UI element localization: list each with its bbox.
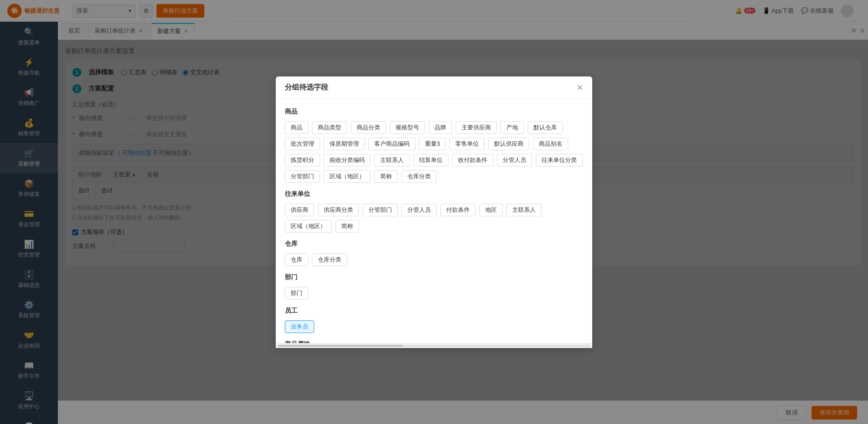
hscroll-track xyxy=(278,345,590,347)
field-tag-0-5[interactable]: 主要供应商 xyxy=(456,121,497,134)
modal-group-fields-1: 供应商供应商分类分管部门分管人员付款条件地区主联系人区域（地区）简称 xyxy=(285,204,583,233)
field-tag-0-23[interactable]: 区域（地区） xyxy=(324,170,371,183)
field-tag-1-1[interactable]: 供应商分类 xyxy=(318,204,359,216)
modal-close-button[interactable]: ✕ xyxy=(576,83,583,93)
modal-group-title-1: 往来单位 xyxy=(285,190,583,198)
field-tag-0-4[interactable]: 品牌 xyxy=(429,121,452,134)
field-tag-0-7[interactable]: 默认仓库 xyxy=(528,121,563,134)
field-tag-1-3[interactable]: 分管人员 xyxy=(401,204,437,216)
field-tag-0-22[interactable]: 分管部门 xyxy=(285,170,320,183)
field-tag-0-13[interactable]: 默认供应商 xyxy=(488,138,529,150)
field-tag-0-15[interactable]: 拣货积分 xyxy=(285,154,320,167)
modal-group-title-3: 部门 xyxy=(285,273,583,281)
field-tag-0-25[interactable]: 仓库分类 xyxy=(401,170,437,183)
field-tag-0-17[interactable]: 主联系人 xyxy=(374,154,410,167)
field-tag-0-6[interactable]: 产地 xyxy=(500,121,524,134)
modal-body: 商品商品商品类型商品分类规格型号品牌主要供应商产地默认仓库批次管理保质期管理客户… xyxy=(276,99,592,343)
field-tag-1-6[interactable]: 主联系人 xyxy=(506,204,542,216)
field-tag-4-0[interactable]: 业务员 xyxy=(285,320,314,333)
field-tag-0-9[interactable]: 保质期管理 xyxy=(324,138,365,150)
field-tag-0-19[interactable]: 收付款条件 xyxy=(452,154,493,167)
modal-group-fields-2: 仓库仓库分类 xyxy=(285,253,583,266)
modal-hscroll xyxy=(276,343,592,348)
field-tag-1-4[interactable]: 付款条件 xyxy=(440,204,476,216)
field-tag-1-2[interactable]: 分管部门 xyxy=(363,204,398,216)
modal-group-fields-3: 部门 xyxy=(285,287,583,300)
field-tag-2-1[interactable]: 仓库分类 xyxy=(312,253,347,266)
field-tag-0-10[interactable]: 客户商品编码 xyxy=(368,138,415,150)
field-tag-0-18[interactable]: 结算单位 xyxy=(413,154,448,167)
modal-title: 分组待选字段 xyxy=(285,83,328,92)
field-tag-1-5[interactable]: 地区 xyxy=(479,204,503,216)
field-tag-0-0[interactable]: 商品 xyxy=(285,121,308,134)
modal-group-fields-0: 商品商品类型商品分类规格型号品牌主要供应商产地默认仓库批次管理保质期管理客户商品… xyxy=(285,121,583,183)
modal-group-title-4: 员工 xyxy=(285,307,583,315)
field-tag-0-21[interactable]: 往来单位分类 xyxy=(536,154,583,167)
field-tag-0-1[interactable]: 商品类型 xyxy=(312,121,347,134)
modal-group-title-2: 仓库 xyxy=(285,240,583,248)
modal: 分组待选字段 ✕ 商品商品商品类型商品分类规格型号品牌主要供应商产地默认仓库批次… xyxy=(276,76,592,348)
field-tag-1-8[interactable]: 简称 xyxy=(335,220,359,233)
field-tag-1-0[interactable]: 供应商 xyxy=(285,204,314,216)
modal-group-fields-4: 业务员 xyxy=(285,320,583,333)
field-tag-2-0[interactable]: 仓库 xyxy=(285,253,308,266)
modal-header: 分组待选字段 ✕ xyxy=(276,76,592,99)
field-tag-0-11[interactable]: 重量3 xyxy=(419,138,446,150)
hscroll-thumb xyxy=(278,345,403,347)
field-tag-0-14[interactable]: 商品别名 xyxy=(533,138,568,150)
field-tag-0-12[interactable]: 零售单位 xyxy=(449,138,485,150)
field-tag-1-7[interactable]: 区域（地区） xyxy=(285,220,332,233)
field-tag-0-20[interactable]: 分管人员 xyxy=(497,154,532,167)
field-tag-0-24[interactable]: 简称 xyxy=(374,170,398,183)
field-tag-3-0[interactable]: 部门 xyxy=(285,287,308,300)
modal-overlay[interactable]: 分组待选字段 ✕ 商品商品商品类型商品分类规格型号品牌主要供应商产地默认仓库批次… xyxy=(0,0,868,424)
modal-group-title-0: 商品 xyxy=(285,108,583,116)
field-tag-0-3[interactable]: 规格型号 xyxy=(390,121,425,134)
field-tag-0-8[interactable]: 批次管理 xyxy=(285,138,320,150)
field-tag-0-16[interactable]: 税收分类编码 xyxy=(324,154,371,167)
field-tag-0-2[interactable]: 商品分类 xyxy=(351,121,386,134)
